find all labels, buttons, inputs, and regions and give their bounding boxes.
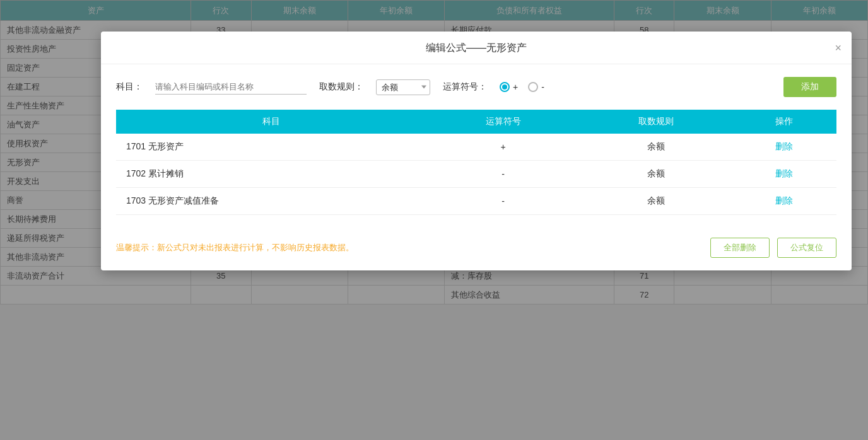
rule-select-wrapper: 余额 借方 贷方 净发生额 [376, 79, 430, 95]
operator-plus-radio[interactable]: + [500, 82, 518, 92]
modal-title: 编辑公式——无形资产 [426, 42, 527, 55]
operator-minus-radio[interactable]: - [528, 82, 544, 92]
footer-tip: 温馨提示：新公式只对未出报表进行计算，不影响历史报表数据。 [116, 242, 354, 253]
operator-label: 运算符号： [443, 81, 487, 93]
delete-row-button[interactable]: 删除 [775, 141, 793, 153]
close-button[interactable]: × [835, 42, 842, 54]
table-row: 1701 无形资产+余额删除 [116, 134, 836, 161]
operator-cell: + [427, 134, 580, 161]
formula-table-body: 1701 无形资产+余额删除1702 累计摊销-余额删除1703 无形资产减值准… [116, 134, 836, 215]
delete-row-button[interactable]: 删除 [775, 168, 793, 180]
edit-formula-modal: 编辑公式——无形资产 × 科目： 取数规则： 余额 借方 贷方 净发生额 运算符… [101, 32, 852, 270]
table-row: 1703 无形资产减值准备-余额删除 [116, 188, 836, 215]
plus-radio-circle [500, 82, 510, 92]
table-row: 1702 累计摊销-余额删除 [116, 161, 836, 188]
action-cell: 删除 [732, 188, 836, 215]
footer-buttons: 全部删除 公式复位 [710, 238, 836, 258]
formula-col-header: 运算符号 [427, 110, 580, 134]
modal-header: 编辑公式——无形资产 × [101, 32, 852, 64]
minus-radio-circle [528, 82, 538, 92]
formula-table-head: 科目运算符号取数规则操作 [116, 110, 836, 134]
subject-cell: 1703 无形资产减值准备 [116, 188, 427, 215]
subject-cell: 1701 无形资产 [116, 134, 427, 161]
form-row: 科目： 取数规则： 余额 借方 贷方 净发生额 运算符号： + [116, 77, 836, 97]
action-cell: 删除 [732, 134, 836, 161]
reset-formula-button[interactable]: 公式复位 [777, 238, 836, 258]
modal-footer: 温馨提示：新公式只对未出报表进行计算，不影响历史报表数据。 全部删除 公式复位 [101, 228, 852, 270]
rule-label: 取数规则： [319, 81, 363, 93]
rule-cell: 余额 [580, 134, 732, 161]
operator-cell: - [427, 188, 580, 215]
rule-cell: 余额 [580, 188, 732, 215]
subject-input[interactable] [155, 79, 307, 95]
minus-radio-label: - [541, 82, 544, 92]
action-cell: 删除 [732, 161, 836, 188]
subject-label: 科目： [116, 81, 143, 93]
rule-cell: 余额 [580, 161, 732, 188]
subject-cell: 1702 累计摊销 [116, 161, 427, 188]
delete-all-button[interactable]: 全部删除 [710, 238, 770, 258]
delete-row-button[interactable]: 删除 [775, 195, 793, 207]
formula-col-header: 取数规则 [580, 110, 732, 134]
formula-col-header: 操作 [732, 110, 836, 134]
rule-select[interactable]: 余额 借方 贷方 净发生额 [376, 79, 430, 95]
modal-body: 科目： 取数规则： 余额 借方 贷方 净发生额 运算符号： + [101, 64, 852, 228]
operator-cell: - [427, 161, 580, 188]
formula-table: 科目运算符号取数规则操作 1701 无形资产+余额删除1702 累计摊销-余额删… [116, 110, 836, 215]
plus-radio-label: + [513, 82, 518, 92]
operator-radio-group: + - [500, 82, 544, 92]
formula-col-header: 科目 [116, 110, 427, 134]
add-button[interactable]: 添加 [783, 77, 836, 97]
